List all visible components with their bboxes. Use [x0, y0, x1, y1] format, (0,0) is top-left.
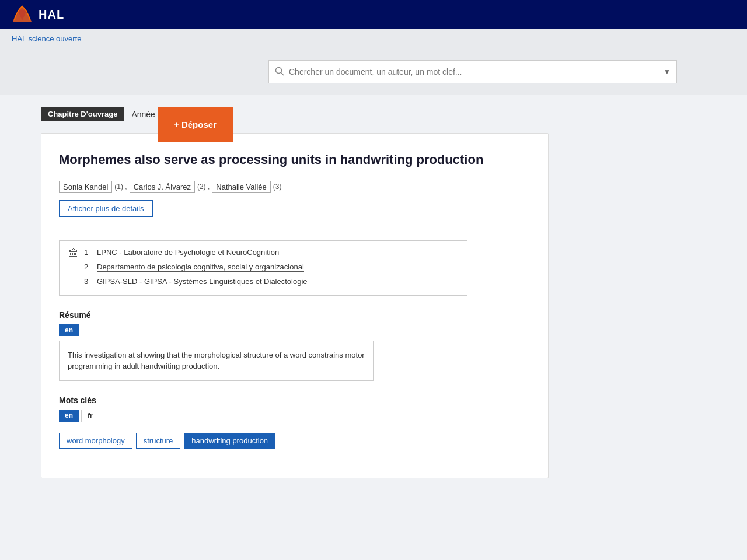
author-tag-3[interactable]: Nathalie Vallée: [212, 181, 270, 193]
resume-label: Résumé: [59, 310, 530, 320]
affil-name-3: GIPSA-SLD - GIPSA - Systèmes Linguistiqu…: [97, 277, 308, 286]
affiliation-row-3: 🏛 3 GIPSA-SLD - GIPSA - Systèmes Linguis…: [69, 277, 458, 288]
topbar: + Déposer ▼: [0, 48, 747, 95]
affil-name-2: Departamento de psicologia cognitiva, so…: [97, 262, 304, 272]
author-num-3: (3): [273, 183, 282, 191]
paper-title: Morphemes also serve as processing units…: [59, 151, 530, 169]
svg-point-2: [276, 67, 282, 73]
keyword-tag-structure[interactable]: structure: [136, 433, 181, 449]
keyword-lang-tab-fr[interactable]: fr: [81, 410, 99, 422]
doc-meta: Chapitre D'ouvrage Année : 2008: [41, 107, 706, 121]
hal-logo-text: HAL: [39, 8, 64, 22]
mots-cles-label: Mots clés: [59, 396, 530, 405]
search-input[interactable]: [289, 67, 664, 76]
authors-line: Sonia Kandel (1) , Carlos J. Álvarez (2)…: [59, 181, 530, 193]
search-container: ▼: [268, 60, 677, 83]
afficher-details-button[interactable]: Afficher plus de détails: [59, 200, 153, 217]
affil-num-1: 1: [84, 248, 91, 257]
paper-card: Morphemes also serve as processing units…: [41, 133, 549, 478]
abstract-box: This investigation at showing that the m…: [59, 341, 374, 381]
keywords-section: Mots clés en fr word morphology structur…: [59, 396, 530, 449]
keyword-tag-handwriting-production[interactable]: handwriting production: [184, 433, 275, 449]
hal-logo: HAL: [12, 4, 64, 25]
svg-line-3: [281, 72, 284, 75]
doc-type-badge: Chapitre D'ouvrage: [41, 107, 124, 121]
affil-num-2: 2: [84, 262, 91, 271]
author-num-1: (1) ,: [114, 183, 127, 191]
affiliation-row-1: 🏛 1 LPNC - Laboratoire de Psychologie et…: [69, 248, 458, 259]
affiliation-row-2: 🏛 2 Departamento de psicologia cognitiva…: [69, 262, 458, 274]
keyword-lang-tab-en[interactable]: en: [59, 410, 79, 422]
keyword-tag-word-morphology[interactable]: word morphology: [59, 433, 132, 449]
author-tag-2[interactable]: Carlos J. Álvarez: [130, 181, 195, 193]
affil-num-3: 3: [84, 277, 91, 286]
subnav: HAL science ouverte: [0, 29, 747, 48]
author-tag-1[interactable]: Sonia Kandel: [59, 181, 112, 193]
search-icon: [275, 66, 284, 78]
abstract-lang-tab-en[interactable]: en: [59, 324, 79, 336]
subnav-link[interactable]: HAL science ouverte: [12, 34, 81, 43]
affiliations-box: 🏛 1 LPNC - Laboratoire de Psychologie et…: [59, 240, 467, 296]
abstract-section: Résumé en This investigation at showing …: [59, 310, 530, 381]
hal-logo-icon: [12, 4, 33, 25]
abstract-text: This investigation at showing that the m…: [68, 349, 365, 372]
keyword-tags: word morphology structure handwriting pr…: [59, 433, 530, 449]
affil-name-1: LPNC - Laboratoire de Psychologie et Neu…: [97, 248, 279, 257]
search-dropdown-arrow[interactable]: ▼: [664, 68, 671, 76]
deposit-button[interactable]: + Déposer: [158, 107, 233, 142]
keyword-lang-tabs: en fr: [59, 410, 530, 427]
building-icon-1: 🏛: [69, 249, 78, 259]
site-header: HAL: [0, 0, 747, 29]
main-content: Chapitre D'ouvrage Année : 2008 Morpheme…: [23, 95, 724, 490]
author-num-2: (2) ,: [197, 183, 210, 191]
